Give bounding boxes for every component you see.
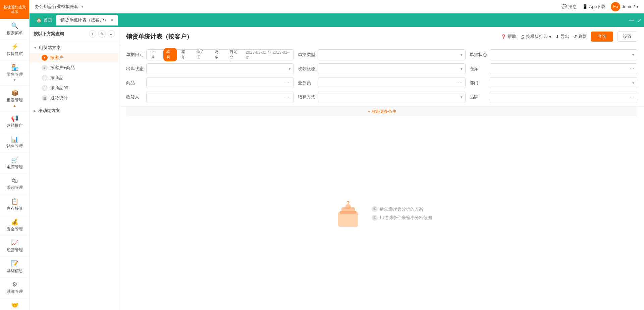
mobile-scheme-group-label: 移动端方案	[38, 108, 60, 114]
sidebar-item-label: 销售管理	[1, 144, 28, 149]
tab-sales-stats-label: 销货单统计表（按客户）	[60, 17, 108, 23]
print-dropdown-icon: ▾	[549, 34, 551, 39]
product-control[interactable]: ···	[146, 78, 294, 88]
breadcrumb-dropdown-icon[interactable]: ▾	[81, 4, 84, 9]
content-area: 按以下方案查询 + ✎ « ▼ 电脑端方案 ● 按客户 ≡ 按	[30, 27, 644, 310]
refresh-button[interactable]: ↺ 刷新	[573, 34, 587, 40]
finance-icon: 💰	[1, 218, 28, 226]
scheme-item-by-product[interactable]: ☰ 按商品	[30, 73, 119, 83]
add-scheme-button[interactable]: +	[89, 30, 96, 38]
doc-status-control[interactable]: ▾	[490, 49, 637, 60]
sidebar-item-label: 基础信息	[1, 268, 28, 274]
hint-number-2: ②	[372, 215, 378, 221]
sidebar-item-label: 零售管理	[1, 72, 28, 78]
quick-nav-icon: ⚡	[1, 43, 28, 50]
filter-area: 单据日期 上月 本月 本年 近7天 更多 自定义 2023-03-01 至 20…	[119, 45, 644, 107]
help-icon: ❓	[501, 34, 506, 39]
sidebar-item-retail[interactable]: 🏪 零售管理 ▼	[0, 60, 29, 86]
enterprise-icon: 🤝	[1, 302, 28, 309]
sidebar-item-system[interactable]: ⚙ 系统管理	[0, 277, 29, 298]
collapse-panel-button[interactable]: «	[108, 30, 115, 38]
left-panel-title: 按以下方案查询	[34, 31, 64, 37]
date-btn-7days[interactable]: 近7天	[194, 48, 210, 61]
department-control[interactable]: ▾	[490, 78, 637, 88]
sidebar-item-finance[interactable]: 💰 资金管理	[0, 215, 29, 236]
tab-sales-stats[interactable]: 销货单统计表（按客户） ✕	[56, 15, 118, 25]
tab-close-icon[interactable]: ✕	[110, 18, 114, 22]
date-range-display: 2023-03-01 至 2023-03-31	[246, 50, 292, 60]
out-status-control[interactable]: ▾	[146, 63, 294, 74]
warehouse-dots: ···	[630, 66, 634, 72]
date-btn-last-month[interactable]: 上月	[148, 48, 162, 61]
date-btn-this-month[interactable]: 本月	[163, 48, 177, 61]
hint-text-1: 请先选择要分析的方案	[380, 206, 423, 212]
tab-home[interactable]: 🏠 首页	[32, 15, 56, 25]
settle-method-control[interactable]: ▾	[318, 92, 466, 102]
export-button[interactable]: ⬇ 导出	[555, 34, 569, 40]
date-btn-this-year[interactable]: 本年	[178, 48, 193, 61]
sidebar-item-ecommerce[interactable]: 🛒 电商管理	[0, 153, 29, 174]
warehouse-label: 仓库	[470, 66, 487, 72]
scheme-item-by-customer[interactable]: ● 按客户	[30, 53, 119, 63]
scheme-item-by-customer-label: 按客户	[50, 55, 63, 61]
filter-item-product: 商品 ···	[126, 78, 294, 88]
collapse-more-button[interactable]: ∧ 收起更多条件	[126, 107, 637, 116]
product-label: 商品	[126, 80, 144, 86]
refresh-label: 刷新	[578, 34, 587, 40]
department-label: 部门	[470, 80, 487, 86]
receipt-status-control[interactable]: ▾	[318, 63, 466, 74]
scheme-item-by-product-99-label: 按商品99	[50, 85, 68, 91]
doc-status-label: 单据状态	[470, 52, 487, 58]
system-icon: ⚙	[1, 281, 28, 288]
brand-dots: ···	[630, 94, 634, 100]
filter-item-date: 单据日期 上月 本月 本年 近7天 更多 自定义 2023-03-01 至 20…	[126, 49, 294, 60]
sidebar-item-wholesale[interactable]: 📦 批发管理 ▲	[0, 86, 29, 111]
scheme-item-return-stats[interactable]: ▦ 退货统计	[30, 93, 119, 103]
user-profile[interactable]: Ea demo2 ▾	[611, 2, 639, 11]
left-panel: 按以下方案查询 + ✎ « ▼ 电脑端方案 ● 按客户 ≡ 按	[30, 27, 119, 310]
username: demo2	[622, 4, 635, 9]
sidebar-item-basic-info[interactable]: 📝 基础信息	[0, 257, 29, 277]
sidebar-item-search[interactable]: 🔍 搜索菜单	[0, 19, 29, 40]
basic-info-icon: 📝	[1, 260, 28, 267]
help-button[interactable]: ❓ 帮助	[501, 34, 516, 40]
department-dropdown-icon: ▾	[632, 81, 634, 85]
message-button[interactable]: 💬 消息	[561, 4, 577, 10]
scheme-item-by-customer-product[interactable]: ≡ 按客户+商品	[30, 63, 119, 73]
sidebar-item-operations[interactable]: 📈 经营管理	[0, 236, 29, 257]
maximize-button[interactable]: ⤢	[637, 17, 641, 23]
date-btn-more[interactable]: 更多	[211, 48, 225, 61]
brand-control[interactable]: ···	[490, 92, 637, 102]
product-icon: ☰	[42, 75, 48, 81]
sidebar-item-enterprise[interactable]: 🤝 企业协同	[0, 298, 29, 310]
svg-rect-0	[338, 212, 358, 227]
minimize-button[interactable]: —	[629, 17, 634, 23]
date-btn-custom[interactable]: 自定义	[226, 48, 244, 61]
settings-button[interactable]: 设置	[617, 32, 637, 42]
edit-scheme-button[interactable]: ✎	[98, 30, 106, 38]
query-button[interactable]: 查询	[591, 32, 613, 42]
sidebar-item-label: 营销推广	[1, 123, 28, 128]
filter-item-salesperson: 业务员 ···	[298, 78, 466, 88]
filter-row-4: 收货人 ··· 结算方式 ▾ 品牌	[126, 92, 637, 102]
sidebar-item-marketing[interactable]: 📢 营销推广	[0, 111, 29, 132]
mobile-scheme-group-header[interactable]: ▶ 移动端方案	[30, 106, 119, 116]
receiver-control[interactable]: ···	[146, 92, 294, 102]
mobile-scheme-group: ▶ 移动端方案	[30, 104, 119, 117]
sales-icon: 📊	[1, 136, 28, 143]
app-download-button[interactable]: 📱 App下载	[582, 4, 605, 10]
salesperson-control[interactable]: ···	[318, 78, 466, 88]
doc-type-control[interactable]: ▾	[318, 49, 466, 60]
scheme-item-return-stats-label: 退货统计	[50, 95, 68, 101]
warehouse-control[interactable]: ···	[490, 63, 637, 74]
scheme-item-by-product-99[interactable]: ☰ 按商品99	[30, 83, 119, 93]
print-button[interactable]: 🖨 按模板打印 ▾	[520, 34, 551, 40]
sidebar-item-sales[interactable]: 📊 销售管理	[0, 132, 29, 153]
wholesale-icon: 📦	[1, 89, 28, 97]
sidebar-item-quick-nav[interactable]: ⚡ 快捷导航	[0, 40, 29, 60]
desktop-scheme-group-header[interactable]: ▼ 电脑端方案	[30, 43, 119, 53]
product-99-icon: ☰	[42, 85, 48, 91]
sidebar-item-purchase[interactable]: 🛍 采购管理	[0, 174, 29, 194]
sidebar-item-inventory[interactable]: 📋 库存核算	[0, 194, 29, 215]
desktop-scheme-group: ▼ 电脑端方案 ● 按客户 ≡ 按客户+商品 ☰ 按商品 ☰ 按商品99	[30, 41, 119, 104]
